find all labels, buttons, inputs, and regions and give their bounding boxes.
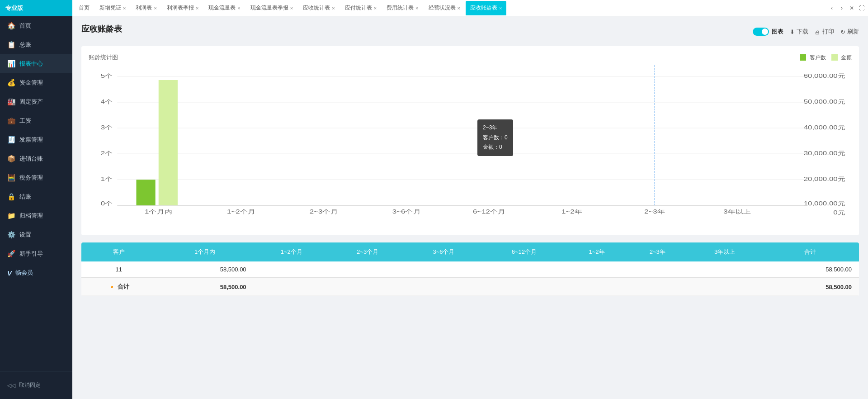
tab-scroll-right[interactable]: › [837,4,846,13]
tax-icon: 🧮 [7,174,16,182]
sidebar-item-purchase[interactable]: 📦 进销台账 [0,149,72,168]
total-icon: 🔸 [108,283,116,290]
tab-ar-stat[interactable]: 应收统计表 × [298,1,339,15]
svg-text:5个: 5个 [101,73,113,79]
chart-area: 5个 4个 3个 2个 1个 0个 60,000.00元 50,000.00元 … [89,65,852,228]
tab-expense[interactable]: 费用统计表 × [382,1,423,15]
tab-cashflow-q-close[interactable]: × [290,5,293,11]
sidebar-item-ledger[interactable]: 📋 总账 [0,35,72,54]
toggle-track[interactable] [753,28,769,36]
cell-total-m612 [482,278,566,296]
tab-profit[interactable]: 利润表 × [131,1,161,15]
sidebar-item-settings[interactable]: ⚙️ 设置 [0,225,72,244]
cell-total-m36 [406,278,481,296]
th-m23: 2~3个月 [330,242,406,261]
svg-text:20,000.00元: 20,000.00元 [804,176,845,182]
tab-voucher-close[interactable]: × [123,5,126,11]
tab-maximize[interactable]: ⛶ [857,4,866,13]
tab-profit-close[interactable]: × [154,5,156,11]
sidebar-item-member[interactable]: V 畅会员 [0,263,72,282]
sidebar-item-assets[interactable]: 🏭 固定资产 [0,92,72,111]
sidebar-item-reports[interactable]: 📊 报表中心 [0,54,72,73]
app-logo: 专业版 [0,0,72,16]
svg-text:40,000.00元: 40,000.00元 [804,124,845,130]
svg-text:1~2年: 1~2年 [561,209,582,214]
chart-svg: 5个 4个 3个 2个 1个 0个 60,000.00元 50,000.00元 … [89,65,852,219]
th-y3plus: 3年以上 [688,242,762,261]
download-button[interactable]: ⬇ 下载 [790,28,808,36]
tab-expense-close[interactable]: × [415,5,418,11]
table-row: 11 58,500.00 58,500.00 [81,261,859,278]
print-button[interactable]: 🖨 打印 [815,28,834,36]
chart-header: 账龄统计图 客户数 金额 [89,53,852,62]
svg-text:1个月内: 1个月内 [145,209,172,214]
th-m12: 1~2个月 [254,242,330,261]
tab-biz-status-close[interactable]: × [458,5,460,11]
cell-total-m12 [254,278,330,296]
tab-profit-q[interactable]: 利润表季报 × [162,1,203,15]
tab-bar: 首页 新增凭证 × 利润表 × 利润表季报 × 现金流量表 × 现金流量表季报 … [72,0,868,16]
th-y23: 2~3年 [627,242,688,261]
salary-icon: 💼 [7,117,16,125]
sidebar-item-guide[interactable]: 🚀 新手引导 [0,244,72,263]
legend-customer: 客户数 [800,54,826,62]
legend-amount-dot [831,54,838,61]
cell-y12 [566,261,627,278]
tab-cashflow[interactable]: 现金流量表 × [204,1,245,15]
svg-text:30,000.00元: 30,000.00元 [804,150,845,156]
svg-text:50,000.00元: 50,000.00元 [804,99,845,104]
cell-total-m1: 58,500.00 [156,278,254,296]
tab-voucher[interactable]: 新增凭证 × [95,1,130,15]
tab-ap-stat[interactable]: 应付统计表 × [340,1,381,15]
reports-icon: 📊 [7,60,16,68]
cell-total-y3plus [688,278,762,296]
th-m1: 1个月内 [156,242,254,261]
tab-close-all[interactable]: ✕ [847,4,856,13]
tab-profit-q-close[interactable]: × [196,5,198,11]
sidebar-item-salary[interactable]: 💼 工资 [0,111,72,130]
chart-legend: 客户数 金额 [800,54,852,62]
th-m36: 3~6个月 [406,242,481,261]
bar-amount-0 [159,80,178,205]
assets-icon: 🏭 [7,98,16,106]
tab-cashflow-close[interactable]: × [237,5,240,11]
unpin-button[interactable]: ◁◁ 取消固定 [0,376,72,394]
chart-card: 账龄统计图 客户数 金额 5个 4个 [81,46,859,235]
sidebar-item-home[interactable]: 🏠 首页 [0,16,72,35]
tab-ar-aging[interactable]: 应收账龄表 × [466,1,506,15]
svg-text:1~2个月: 1~2个月 [227,209,255,214]
toggle-label: 图表 [772,28,783,36]
sidebar: 专业版 🏠 首页 📋 总账 📊 报表中心 💰 资金管理 🏭 固定资产 💼 工资 … [0,0,72,399]
print-icon: 🖨 [815,28,821,35]
tab-ar-aging-close[interactable]: × [499,5,502,11]
purchase-icon: 📦 [7,155,16,163]
tab-biz-status[interactable]: 经营状况表 × [424,1,465,15]
sidebar-item-funds[interactable]: 💰 资金管理 [0,73,72,92]
th-y12: 1~2年 [566,242,627,261]
sidebar-item-tax[interactable]: 🧮 税务管理 [0,168,72,187]
svg-text:3个: 3个 [101,124,113,130]
sidebar-item-closing[interactable]: 🔒 结账 [0,187,72,206]
tab-home[interactable]: 首页 [74,1,94,15]
archive-icon: 📁 [7,212,16,220]
cell-m1: 58,500.00 [156,261,254,278]
sidebar-item-archive[interactable]: 📁 归档管理 [0,206,72,225]
svg-text:0元: 0元 [833,209,845,215]
tab-scroll-left[interactable]: ‹ [827,4,836,13]
guide-icon: 🚀 [7,250,16,258]
svg-text:2~3年: 2~3年 [644,209,665,214]
cell-total-y12 [566,278,627,296]
tab-cashflow-q[interactable]: 现金流量表季报 × [246,1,297,15]
cell-total-label: 🔸 合计 [81,278,156,296]
cell-total-sum: 58,500.00 [762,278,859,296]
download-icon: ⬇ [790,28,795,35]
settings-icon: ⚙️ [7,231,16,239]
tab-ap-stat-close[interactable]: × [374,5,377,11]
sidebar-item-invoice[interactable]: 🧾 发票管理 [0,130,72,149]
refresh-button[interactable]: ↻ 刷新 [840,28,859,36]
tab-ar-stat-close[interactable]: × [332,5,335,11]
cell-m612 [482,261,566,278]
chart-toggle[interactable]: 图表 [753,28,783,36]
main-content: 首页 新增凭证 × 利润表 × 利润表季报 × 现金流量表 × 现金流量表季报 … [72,0,868,399]
cell-m23 [330,261,406,278]
